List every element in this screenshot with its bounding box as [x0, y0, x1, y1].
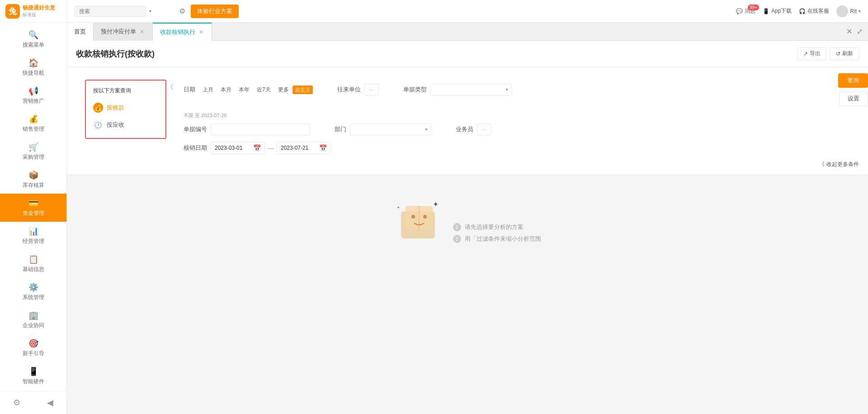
guide-icon: 🎯 — [28, 338, 38, 348]
svg-point-2 — [411, 215, 415, 219]
tab-verify[interactable]: 收款核销执行 ✕ — [153, 23, 212, 41]
sidebar-item-label: 智能硬件 — [23, 378, 44, 385]
date-separator: — — [268, 144, 274, 152]
topbar: ▾ ⚙ 体验行业方案 💬 消息 99+ 📱 App下载 🎧 在线客服 Rit ▾ — [67, 0, 868, 23]
sidebar: 兔 畅捷通好生意 标准版 🔍 搜索菜单 🏠 快捷导航 📢 营销推广 💰 销售管理… — [0, 0, 67, 414]
date-range-display: 不限 至 2023-07-26 — [184, 112, 868, 119]
tab-home-label: 首页 — [74, 28, 86, 36]
sidebar-item-sales[interactable]: 💰 销售管理 — [0, 109, 66, 138]
tab-verify-close-icon[interactable]: ✕ — [198, 28, 204, 36]
filter-option-by-receivable[interactable]: 🕐 按应收 — [86, 116, 165, 133]
user-menu[interactable]: Rit ▾ — [836, 5, 861, 17]
staff-label: 业务员 — [456, 125, 473, 133]
page-content: 收款核销执行(按收款) ↗ 导出 ↺ 刷新 按以下方案查询 — [67, 41, 868, 414]
dept-select[interactable] — [350, 124, 431, 135]
sidebar-item-marketing[interactable]: 📢 营销推广 — [0, 81, 66, 109]
purchase-icon: 🛒 — [28, 142, 38, 152]
verify-date-from-input[interactable]: 2023-03-01 📅 — [211, 142, 265, 154]
industry-solution-button[interactable]: 体验行业方案 — [191, 5, 239, 18]
collapse-filter-left-icon[interactable]: 《 — [166, 73, 177, 168]
doc-type-select[interactable] — [430, 84, 512, 95]
tab-prepay-close-icon[interactable]: ✕ — [139, 28, 145, 36]
partner-select-button[interactable]: ··· — [364, 84, 379, 95]
calendar-from-icon[interactable]: 📅 — [253, 144, 261, 152]
chevron-down-icon: ▾ — [149, 9, 151, 14]
hint-number-1: 1 — [453, 223, 461, 231]
doc-type-field: 单据类型 — [403, 84, 512, 95]
sidebar-item-operations[interactable]: 📊 经营管理 — [0, 222, 66, 250]
filter-row-1: 日期 上月 本月 本年 近7天 更多 自定义 往来单位 ··· — [184, 73, 868, 106]
app-edition: 标准版 — [23, 12, 55, 18]
sidebar-item-system[interactable]: ⚙️ 系统管理 — [0, 278, 66, 306]
sidebar-item-inventory[interactable]: 📦 库存核算 — [0, 166, 66, 194]
expand-tab-icon[interactable]: ⤢ — [857, 27, 863, 36]
page-title: 收款核销执行(按收款) — [76, 48, 155, 59]
tab-home[interactable]: 首页 — [67, 23, 94, 41]
receipt-icon: 💰 — [93, 103, 103, 113]
doc-type-select-wrap — [430, 84, 512, 95]
set-button[interactable]: 设置 — [839, 91, 868, 106]
topbar-search: ▾ — [74, 6, 174, 17]
sidebar-item-hardware[interactable]: 📱 智能硬件 — [0, 362, 66, 390]
main-content: ▾ ⚙ 体验行业方案 💬 消息 99+ 📱 App下载 🎧 在线客服 Rit ▾ — [67, 0, 868, 414]
doc-no-input[interactable] — [211, 124, 310, 135]
calendar-to-icon[interactable]: 📅 — [319, 144, 327, 152]
settings-icon[interactable]: ⚙ — [9, 396, 24, 409]
empty-state: ✦ ✦ 1 请先选择要分析的方案 2 用「过滤条件来缩小分析范围 — [394, 193, 541, 243]
date-7days-button[interactable]: 近7天 — [253, 84, 274, 95]
app-download-label: App下载 — [771, 7, 792, 15]
tab-verify-label: 收款核销执行 — [160, 28, 195, 36]
svg-text:✦: ✦ — [433, 200, 439, 208]
filter-scheme-title: 按以下方案查询 — [86, 85, 165, 99]
doc-no-field: 单据编号 — [184, 124, 310, 135]
sidebar-item-purchase[interactable]: 🛒 采购管理 — [0, 138, 66, 166]
date-this-year-button[interactable]: 本年 — [235, 84, 253, 95]
inventory-icon: 📦 — [28, 170, 38, 180]
sidebar-item-label: 搜索菜单 — [23, 41, 44, 49]
close-tab-icon[interactable]: ✕ — [846, 27, 852, 36]
sidebar-item-basic-info[interactable]: 📋 基础信息 — [0, 250, 66, 278]
filter-option-receipt-label: 按收款 — [107, 104, 124, 112]
sidebar-item-label: 库存核算 — [23, 181, 44, 189]
sidebar-item-search[interactable]: 🔍 搜索菜单 — [0, 25, 66, 53]
gear-icon[interactable]: ⚙ — [179, 7, 185, 15]
empty-svg-illustration: ✦ ✦ — [394, 193, 444, 243]
app-download-button[interactable]: 📱 App下载 — [763, 7, 792, 15]
refresh-icon: ↺ — [836, 51, 840, 57]
export-button[interactable]: ↗ 导出 — [797, 47, 826, 60]
sidebar-item-collab[interactable]: 🏢 企业协同 — [0, 306, 66, 334]
refresh-button[interactable]: ↺ 刷新 — [830, 47, 859, 60]
sidebar-item-finance[interactable]: 💳 资金管理 — [0, 194, 66, 222]
marketing-icon: 📢 — [28, 86, 38, 96]
collapse-more-button[interactable]: 《 收起更多条件 — [819, 161, 859, 168]
sidebar-item-label: 基础信息 — [23, 266, 44, 273]
hint-text-1: 请先选择要分析的方案 — [465, 223, 524, 231]
date-last-month-button[interactable]: 上月 — [199, 84, 217, 95]
finance-icon: 💳 — [28, 198, 38, 208]
page-header: 收款核销执行(按收款) ↗ 导出 ↺ 刷新 — [67, 41, 868, 67]
date-more-button[interactable]: 更多 — [274, 84, 292, 95]
sidebar-item-guide[interactable]: 🎯 新手引导 — [0, 334, 66, 362]
empty-hint-2: 2 用「过滤条件来缩小分析范围 — [453, 235, 541, 243]
collapse-sidebar-icon[interactable]: ◀ — [43, 396, 57, 409]
query-button[interactable]: 查询 — [838, 73, 868, 88]
sidebar-nav: 🔍 搜索菜单 🏠 快捷导航 📢 营销推广 💰 销售管理 🛒 采购管理 📦 库存核… — [0, 23, 66, 391]
page-title-row: 收款核销执行(按收款) ↗ 导出 ↺ 刷新 — [76, 47, 859, 60]
filter-option-receivable-label: 按应收 — [107, 121, 124, 129]
tab-prepay[interactable]: 预付冲应付单 ✕ — [94, 23, 153, 41]
sidebar-item-wechat[interactable]: 💬 企业微信 — [0, 390, 66, 391]
message-button[interactable]: 💬 消息 99+ — [736, 7, 755, 15]
sidebar-item-quicknav[interactable]: 🏠 快捷导航 — [0, 53, 66, 81]
customer-service-button[interactable]: 🎧 在线客服 — [799, 7, 829, 15]
hardware-icon: 📱 — [28, 366, 38, 376]
search-input[interactable] — [74, 6, 146, 17]
filter-option-by-receipt[interactable]: 💰 按收款 — [86, 99, 165, 116]
svg-point-3 — [423, 215, 427, 219]
empty-hints: 1 请先选择要分析的方案 2 用「过滤条件来缩小分析范围 — [453, 223, 541, 243]
date-custom-badge[interactable]: 自定义 — [292, 86, 313, 94]
verify-date-to-input[interactable]: 2023-07-21 📅 — [277, 142, 331, 154]
sales-icon: 💰 — [28, 114, 38, 124]
tabbar: 首页 预付冲应付单 ✕ 收款核销执行 ✕ ✕ ⤢ — [67, 23, 868, 41]
date-this-month-button[interactable]: 本月 — [217, 84, 235, 95]
staff-select-button[interactable]: ··· — [477, 124, 491, 135]
